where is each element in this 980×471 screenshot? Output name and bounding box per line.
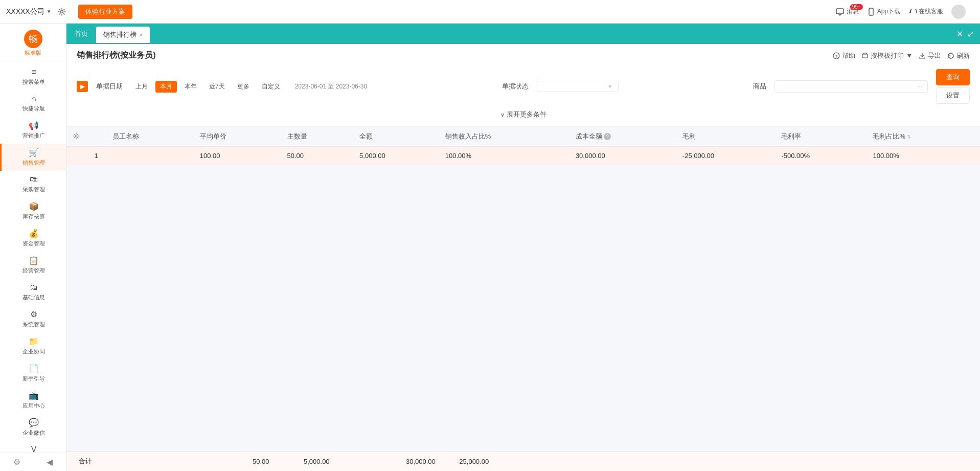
sidebar-item-资金管理[interactable]: 💰资金管理 — [0, 225, 66, 252]
date-shortcut-more[interactable]: 更多 — [233, 81, 254, 93]
tab-sales-ranking[interactable]: 销售排行榜 × — [96, 27, 150, 43]
th-cost-amount: 成本全额 ? — [569, 127, 676, 147]
status-filter-label: 单据状态 — [502, 82, 529, 91]
date-shortcut-prev-month[interactable]: 上月 — [131, 81, 152, 93]
sidebar-item-搜索菜单[interactable]: ≡搜索菜单 — [0, 63, 66, 90]
query-btn[interactable]: 查询 — [936, 69, 970, 85]
expand-conditions-btn[interactable]: ∨ 展开更多条件 — [500, 107, 546, 122]
date-shortcut-custom[interactable]: 自定义 — [257, 81, 285, 93]
sidebar-collapse-btn[interactable]: ◀ — [47, 457, 53, 467]
avatar[interactable] — [951, 5, 966, 19]
th-main-qty-label: 主数量 — [287, 132, 307, 141]
sidebar-item-销售管理[interactable]: 🛒销售管理 — [0, 144, 66, 171]
settings-btn[interactable]: 设置 — [936, 87, 970, 104]
sidebar-item-icon: 📋 — [29, 256, 39, 265]
td-main-qty: 50.00 — [281, 147, 354, 165]
sidebar-item-系统管理[interactable]: ⚙系统管理 — [0, 305, 66, 332]
sidebar-bottom: ⚙ ◀ — [0, 453, 66, 471]
sidebar-item-采购管理[interactable]: 🛍采购管理 — [0, 171, 66, 197]
filter-toggle-btn[interactable]: ▶ — [77, 81, 88, 92]
main-area: 畅 标准版 ≡搜索菜单⌂快捷导航📢营销推广🛒销售管理🛍采购管理📦库存核算💰资金管… — [0, 24, 980, 471]
main-content: 销售排行榜(按业务员) ? 帮助 按模板打印 ▼ — [66, 44, 980, 451]
page-header: 销售排行榜(按业务员) ? 帮助 按模板打印 ▼ — [66, 44, 980, 65]
sidebar-item-icon: 📦 — [29, 201, 39, 211]
sidebar-item-快捷导航[interactable]: ⌂快捷导航 — [0, 90, 66, 117]
sidebar-item-畅会员[interactable]: V畅会员 — [0, 441, 66, 453]
td-amount: 5,000.00 — [353, 147, 439, 165]
profit-pct-sort-icon[interactable]: ⇅ — [907, 134, 911, 140]
sidebar-item-企业微信[interactable]: 💬企业微信 — [0, 414, 66, 441]
template-print-btn[interactable]: 按模板打印 ▼ — [861, 51, 913, 60]
sidebar-item-基础信息[interactable]: 🗂基础信息 — [0, 279, 66, 305]
settings-icon-btn[interactable] — [55, 5, 69, 19]
help-icon: ? — [833, 52, 840, 59]
sidebar-item-新手引导[interactable]: 📄新手引导 — [0, 360, 66, 387]
footer-amount: 5,000.00 — [298, 458, 349, 465]
refresh-btn[interactable]: 刷新 — [947, 51, 970, 60]
date-shortcut-curr-month[interactable]: 本月 — [155, 81, 177, 93]
column-settings-icon[interactable] — [73, 132, 80, 140]
th-profit-rate: 毛利率 — [775, 127, 867, 147]
sidebar-item-经营管理[interactable]: 📋经营管理 — [0, 252, 66, 279]
tab-close-window-icon[interactable]: ✕ — [956, 29, 963, 39]
td-name — [106, 147, 194, 165]
message-btn[interactable]: 消息 99+ — [835, 7, 859, 16]
tab-home[interactable]: 首页 — [66, 24, 96, 44]
sidebar-item-营销推广[interactable]: 📢营销推广 — [0, 117, 66, 144]
tab-label: 销售排行榜 — [103, 30, 136, 39]
table-container: 员工名称 平均单价 主数量 全额 — [66, 127, 980, 165]
date-shortcuts: 上月 本月 本年 近7天 更多 自定义 — [131, 81, 285, 93]
th-settings — [66, 127, 86, 147]
sidebar-settings-btn[interactable]: ⚙ — [13, 457, 20, 467]
sidebar: 畅 标准版 ≡搜索菜单⌂快捷导航📢营销推广🛒销售管理🛍采购管理📦库存核算💰资金管… — [0, 24, 66, 471]
sidebar-item-icon: V — [31, 445, 37, 453]
try-industry-btn[interactable]: 体验行业方案 — [78, 5, 132, 19]
table-footer: 合计 50.00 5,000.00 30,000.00 -25,000.00 — [66, 451, 980, 471]
company-selector[interactable]: XXXXX公司 ▼ — [6, 7, 52, 16]
th-cost-amount-label: 成本全额 — [576, 132, 602, 141]
svg-point-0 — [60, 10, 63, 13]
filter-toggle-icon: ▶ — [80, 83, 85, 90]
tab-close-btn[interactable]: × — [140, 32, 143, 38]
goods-input[interactable]: ··· — [774, 80, 928, 93]
th-profit-rate-label: 毛利率 — [781, 132, 801, 141]
logo-icon: 畅 — [24, 30, 42, 48]
sidebar-item-label: 快捷导航 — [22, 105, 45, 113]
company-name: XXXXX公司 — [6, 7, 44, 16]
td-profit: -25,000.00 — [676, 147, 776, 165]
tab-maximize-icon[interactable]: ⤢ — [967, 29, 974, 39]
sidebar-item-企业协同[interactable]: 📁企业协同 — [0, 332, 66, 360]
td-avg-price: 100.00 — [194, 147, 281, 165]
expand-label: 展开更多条件 — [507, 110, 546, 119]
export-btn[interactable]: 导出 — [919, 51, 941, 60]
svg-text:?: ? — [835, 54, 838, 59]
page-actions: ? 帮助 按模板打印 ▼ 导出 — [833, 51, 970, 60]
sidebar-item-label: 系统管理 — [22, 321, 45, 328]
footer-cost-amount: 30,000.00 — [400, 458, 451, 465]
sidebar-item-icon: 🛍 — [30, 175, 38, 184]
help-btn[interactable]: ? 帮助 — [833, 51, 855, 60]
th-employee-name: 员工名称 — [106, 127, 194, 147]
sidebar-item-icon: ⌂ — [31, 94, 36, 103]
headset-icon — [908, 8, 917, 16]
tab-bar: 首页 销售排行榜 × ✕ ⤢ — [66, 24, 980, 44]
table-row: 1 100.00 50.00 5,000.00 100.00% 30,000.0… — [66, 147, 980, 165]
export-label: 导出 — [928, 51, 941, 60]
app-download-btn[interactable]: App下载 — [867, 7, 900, 16]
sidebar-item-icon: ⚙ — [30, 309, 37, 319]
date-shortcut-curr-year[interactable]: 本年 — [180, 81, 201, 93]
cost-amount-info-icon[interactable]: ? — [604, 133, 611, 140]
online-service-btn[interactable]: 在线客服 — [908, 7, 943, 16]
status-select[interactable]: ▼ — [537, 81, 619, 92]
svg-rect-1 — [836, 9, 844, 14]
sidebar-item-库存核算[interactable]: 📦库存核算 — [0, 197, 66, 225]
template-print-dropdown[interactable]: ▼ — [906, 52, 913, 59]
sidebar-item-label: 企业微信 — [22, 429, 45, 437]
sidebar-item-应用中心[interactable]: 📺应用中心 — [0, 387, 66, 414]
date-shortcut-7days[interactable]: 近7天 — [204, 81, 230, 93]
refresh-label: 刷新 — [956, 51, 970, 60]
th-amount: 全额 — [353, 127, 439, 147]
footer-label: 合计 — [73, 457, 134, 466]
sidebar-item-label: 销售管理 — [22, 159, 45, 167]
sidebar-item-label: 库存核算 — [22, 213, 45, 220]
